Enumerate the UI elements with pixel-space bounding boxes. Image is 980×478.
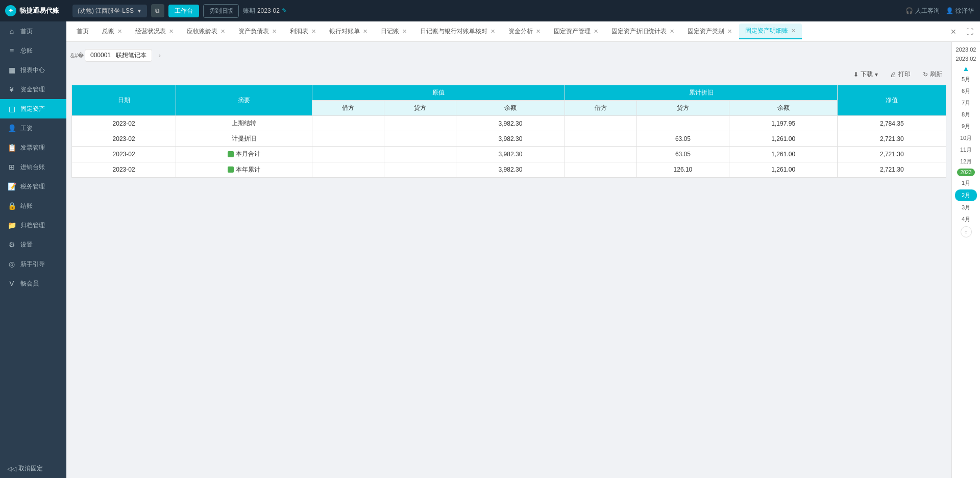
tab-maximize-button[interactable]: ⛶: [964, 26, 976, 38]
asset-nav: &#� 000001 联想笔记本 ›: [71, 47, 946, 64]
tab-fixed-cat[interactable]: 固定资产类别 ✕: [681, 24, 738, 39]
timeline-month-6[interactable]: 6月: [952, 85, 980, 97]
topbar-right: 🎧 人工客询 👤 徐泽华: [905, 7, 974, 15]
timeline-up-arrow[interactable]: ▲: [962, 63, 971, 74]
timeline-month-8[interactable]: 8月: [952, 109, 980, 121]
timeline-month-11[interactable]: 11月: [952, 144, 980, 156]
sidebar-item-fixed[interactable]: ◫ 固定资产: [0, 99, 66, 118]
tab-status-close[interactable]: ✕: [169, 28, 174, 35]
print-icon: 🖨: [890, 71, 896, 78]
tab-receivable-close[interactable]: ✕: [220, 28, 225, 35]
tab-journal-close[interactable]: ✕: [402, 28, 407, 35]
timeline-circle-button[interactable]: ○: [961, 226, 972, 237]
sidebar-item-guide[interactable]: ◎ 新手引导: [0, 254, 66, 274]
print-button[interactable]: 🖨 打印: [886, 68, 915, 81]
sidebar-item-sales[interactable]: ⊞ 进销台账: [0, 157, 66, 177]
company-name: (劝勉) 江西服坐-LSS: [78, 7, 134, 15]
period-label: 账期: [243, 7, 255, 15]
copy-button[interactable]: ⧉: [151, 4, 164, 17]
timeline-month-10[interactable]: 10月: [952, 132, 980, 144]
tab-journal[interactable]: 日记账 ✕: [375, 24, 413, 39]
timeline-month-4[interactable]: 4月: [952, 213, 980, 225]
cell-desc: 计提折旧: [176, 131, 312, 147]
timeline-month-12[interactable]: 12月: [952, 156, 980, 168]
tab-fixed-dep-label: 固定资产折旧统计表: [611, 27, 667, 36]
cell-debit1: [312, 162, 384, 178]
tab-balance[interactable]: 资产负债表 ✕: [232, 24, 283, 39]
user-avatar[interactable]: 👤 徐泽华: [946, 7, 974, 15]
sidebar-label-settings: 设置: [20, 241, 33, 249]
period-edit-icon[interactable]: ✎: [282, 7, 287, 14]
th-balance1: 余额: [456, 101, 565, 116]
sidebar-item-archive[interactable]: 📁 归档管理: [0, 216, 66, 235]
company-dropdown-arrow: ▼: [137, 8, 142, 14]
tab-profit[interactable]: 利润表 ✕: [284, 24, 322, 39]
sidebar-item-payroll[interactable]: 👤 工资: [0, 118, 66, 138]
tab-fixed-cat-close[interactable]: ✕: [727, 28, 732, 35]
tab-home[interactable]: 首页: [70, 24, 95, 39]
workbench-button[interactable]: 工作台: [168, 5, 199, 17]
cell-desc: 本月合计: [176, 147, 312, 162]
timeline-month-2-active[interactable]: 2月: [955, 189, 977, 201]
cell-balance2: 1,261.00: [729, 131, 837, 147]
tab-fixed-dep[interactable]: 固定资产折旧统计表 ✕: [605, 24, 680, 39]
sidebar-item-reports[interactable]: ▦ 报表中心: [0, 60, 66, 80]
tab-fixed-detail[interactable]: 固定资产明细账 ✕: [739, 23, 802, 39]
cell-balance2: 1,197.95: [729, 116, 837, 131]
sidebar-item-ledger[interactable]: ≡ 总账: [0, 41, 66, 60]
tab-profit-close[interactable]: ✕: [311, 28, 316, 35]
sidebar-item-funds[interactable]: ¥ 资金管理: [0, 80, 66, 99]
cell-net: 2,721.30: [838, 162, 946, 178]
pin-toggle[interactable]: ◁◁ 取消固定: [0, 459, 66, 478]
asset-nav-prev[interactable]: &#�: [71, 50, 83, 61]
user-service-button[interactable]: 🎧 人工客询: [905, 7, 940, 15]
tab-fixed-mgmt-close[interactable]: ✕: [594, 28, 598, 35]
sidebar-label-reports: 报表中心: [20, 66, 45, 75]
tab-receivable[interactable]: 应收账龄表 ✕: [181, 24, 231, 39]
tab-bank-close[interactable]: ✕: [363, 28, 368, 35]
sidebar-label-invoice: 发票管理: [20, 144, 45, 152]
tab-ledger[interactable]: 总账 ✕: [96, 24, 128, 39]
tab-status-label: 经营状况表: [135, 27, 166, 36]
tab-fixed-detail-label: 固定资产明细账: [745, 27, 788, 35]
sidebar-item-home[interactable]: ⌂ 首页: [0, 21, 66, 41]
settings-icon: ⚙: [7, 240, 16, 249]
tab-fixed-dep-close[interactable]: ✕: [670, 28, 674, 35]
download-button[interactable]: ⬇ 下载 ▾: [849, 68, 882, 81]
timeline-year-badge: 2023: [957, 169, 974, 176]
timeline-month-9[interactable]: 9月: [952, 121, 980, 132]
tabbar: 首页 总账 ✕ 经营状况表 ✕ 应收账龄表 ✕ 资产负债表 ✕ 利润表 ✕ 银行…: [66, 21, 980, 42]
tab-reconcile[interactable]: 日记账与银行对账单核对 ✕: [414, 24, 501, 39]
timeline-month-7[interactable]: 7月: [952, 97, 980, 109]
company-selector[interactable]: (劝勉) 江西服坐-LSS ▼: [72, 5, 147, 17]
tab-fixed-detail-close[interactable]: ✕: [791, 28, 796, 34]
cell-date: 2023-02: [72, 162, 176, 178]
timeline-month-5[interactable]: 5月: [952, 74, 980, 85]
tab-fixed-mgmt[interactable]: 固定资产管理 ✕: [548, 24, 604, 39]
tab-reconcile-close[interactable]: ✕: [491, 28, 495, 35]
tab-fund-close[interactable]: ✕: [536, 28, 541, 35]
refresh-button[interactable]: ↻ 刷新: [919, 68, 946, 81]
sidebar-item-settings[interactable]: ⚙ 设置: [0, 235, 66, 254]
sidebar-item-vip[interactable]: V 畅会员: [0, 274, 66, 293]
tab-balance-label: 资产负债表: [238, 27, 269, 36]
sidebar-item-close[interactable]: 🔒 结账: [0, 196, 66, 216]
tab-bank[interactable]: 银行对账单 ✕: [323, 24, 374, 39]
guide-icon: ◎: [7, 259, 16, 269]
tab-close-all-button[interactable]: ✕: [947, 26, 960, 38]
switch-version-button[interactable]: 切到旧版: [203, 4, 239, 18]
tab-fund[interactable]: 资金分析 ✕: [502, 24, 547, 39]
tab-status[interactable]: 经营状况表 ✕: [129, 24, 180, 39]
timeline-month-3[interactable]: 3月: [952, 202, 980, 213]
sidebar-label-vip: 畅会员: [20, 279, 39, 288]
sidebar-item-tax[interactable]: 📝 税务管理: [0, 177, 66, 196]
sidebar-item-invoice[interactable]: 📋 发票管理: [0, 138, 66, 157]
cell-debit2: [565, 147, 636, 162]
timeline-month-1[interactable]: 1月: [952, 177, 980, 189]
th-debit2: 借方: [565, 101, 636, 116]
tab-balance-close[interactable]: ✕: [272, 28, 277, 35]
person-icon: 👤: [946, 7, 953, 14]
tab-ledger-close[interactable]: ✕: [117, 28, 122, 35]
asset-nav-next[interactable]: ›: [154, 50, 165, 61]
th-credit2: 贷方: [636, 101, 729, 116]
